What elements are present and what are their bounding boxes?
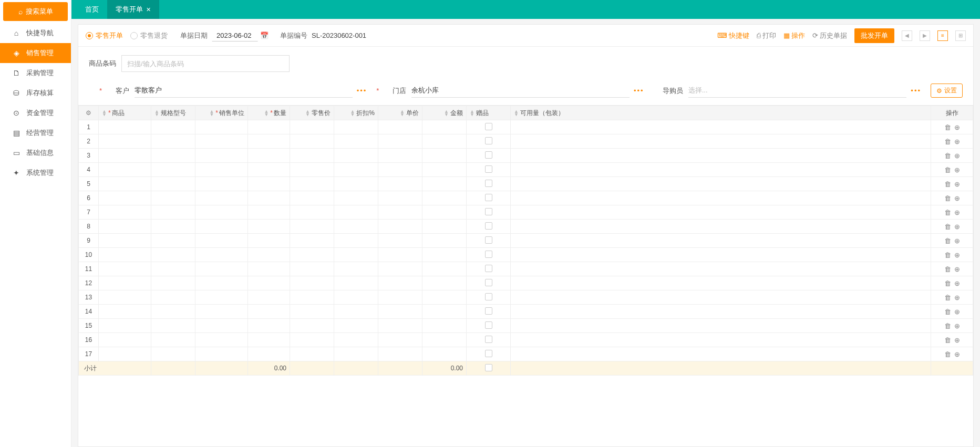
cell-price[interactable] [378,333,422,347]
cell-amount[interactable] [422,220,467,234]
cell-qty[interactable] [248,177,290,191]
cell-price[interactable] [378,205,422,220]
cell-amount[interactable] [422,276,467,290]
gift-checkbox[interactable] [485,265,492,272]
cell-product[interactable] [99,149,151,163]
cell-product[interactable] [99,262,151,276]
cell-product[interactable] [99,134,151,149]
cell-price[interactable] [378,319,422,333]
cell-unit[interactable] [195,177,248,191]
sidebar-item[interactable]: ▭基础信息 [0,143,71,163]
cell-gift[interactable] [467,134,511,149]
cell-product[interactable] [99,177,151,191]
ops-link[interactable]: ▦ 操作 [783,31,805,40]
cell-retail[interactable] [290,149,334,163]
delete-icon[interactable]: 🗑 [944,237,951,245]
cell-product[interactable] [99,120,151,134]
cell-price[interactable] [378,305,422,319]
cell-gift[interactable] [467,262,511,276]
radio-sale[interactable]: 零售开单 [86,31,123,40]
tab-retail-order[interactable]: 零售开单 ✕ [107,0,159,19]
cell-discount[interactable] [334,305,378,319]
cell-amount[interactable] [422,290,467,305]
add-row-icon[interactable]: ⊕ [954,166,960,174]
delete-icon[interactable]: 🗑 [944,194,951,202]
cell-retail[interactable] [290,134,334,149]
cell-spec[interactable] [151,191,195,205]
cell-price[interactable] [378,149,422,163]
cell-unit[interactable] [195,163,248,177]
gift-checkbox[interactable] [485,350,492,357]
col-avail[interactable]: ▲▼可用量（包装） [511,106,931,120]
cell-amount[interactable] [422,191,467,205]
cell-amount[interactable] [422,248,467,262]
table-row[interactable]: 5🗑⊕ [79,177,973,191]
cell-retail[interactable] [290,220,334,234]
gift-checkbox[interactable] [485,307,492,315]
cell-avail[interactable] [511,248,931,262]
cell-price[interactable] [378,290,422,305]
cell-avail[interactable] [511,205,931,220]
cell-spec[interactable] [151,134,195,149]
cell-qty[interactable] [248,262,290,276]
delete-icon[interactable]: 🗑 [944,166,951,174]
cell-retail[interactable] [290,177,334,191]
cell-gift[interactable] [467,333,511,347]
sidebar-item[interactable]: ▤经营管理 [0,123,71,143]
add-row-icon[interactable]: ⊕ [954,308,960,316]
gift-checkbox[interactable] [485,293,492,300]
cell-avail[interactable] [511,177,931,191]
cell-price[interactable] [378,120,422,134]
gift-checkbox[interactable] [485,336,492,343]
gift-checkbox[interactable] [485,236,492,244]
cell-amount[interactable] [422,347,467,361]
add-row-icon[interactable]: ⊕ [954,223,960,231]
cell-spec[interactable] [151,305,195,319]
cell-discount[interactable] [334,248,378,262]
cell-avail[interactable] [511,149,931,163]
table-row[interactable]: 1🗑⊕ [79,120,973,134]
col-retail[interactable]: ▲▼零售价 [290,106,334,120]
cell-unit[interactable] [195,149,248,163]
cell-unit[interactable] [195,191,248,205]
cell-avail[interactable] [511,163,931,177]
cell-qty[interactable] [248,191,290,205]
cell-gift[interactable] [467,220,511,234]
cell-qty[interactable] [248,134,290,149]
cell-price[interactable] [378,163,422,177]
store-field[interactable]: * 门店 余杭小库 ••• [376,84,648,98]
cell-gift[interactable] [467,248,511,262]
gift-checkbox[interactable] [485,180,492,187]
add-row-icon[interactable]: ⊕ [954,194,960,202]
table-row[interactable]: 9🗑⊕ [79,234,973,248]
cell-product[interactable] [99,248,151,262]
table-row[interactable]: 3🗑⊕ [79,149,973,163]
cell-price[interactable] [378,248,422,262]
table-row[interactable]: 13🗑⊕ [79,290,973,305]
col-discount[interactable]: ▲▼折扣% [334,106,378,120]
sidebar-item[interactable]: ✦系统管理 [0,163,71,183]
cell-spec[interactable] [151,205,195,220]
table-row[interactable]: 8🗑⊕ [79,220,973,234]
delete-icon[interactable]: 🗑 [944,279,951,287]
cell-avail[interactable] [511,120,931,134]
cell-amount[interactable] [422,177,467,191]
cell-discount[interactable] [334,333,378,347]
cell-qty[interactable] [248,319,290,333]
add-row-icon[interactable]: ⊕ [954,152,960,160]
cell-qty[interactable] [248,333,290,347]
more-icon[interactable]: ••• [906,87,925,95]
cell-gift[interactable] [467,177,511,191]
add-row-icon[interactable]: ⊕ [954,237,960,245]
add-row-icon[interactable]: ⊕ [954,251,960,259]
gift-checkbox[interactable] [485,151,492,159]
sidebar-item[interactable]: ◈销售管理 [0,43,71,63]
gift-checkbox[interactable] [485,208,492,215]
batch-order-button[interactable]: 批发开单 [854,28,894,43]
cell-unit[interactable] [195,248,248,262]
cell-discount[interactable] [334,134,378,149]
cell-retail[interactable] [290,205,334,220]
next-button[interactable]: ▶ [920,30,930,41]
search-menu-button[interactable]: ⌕ 搜索菜单 [3,2,68,21]
cell-price[interactable] [378,220,422,234]
